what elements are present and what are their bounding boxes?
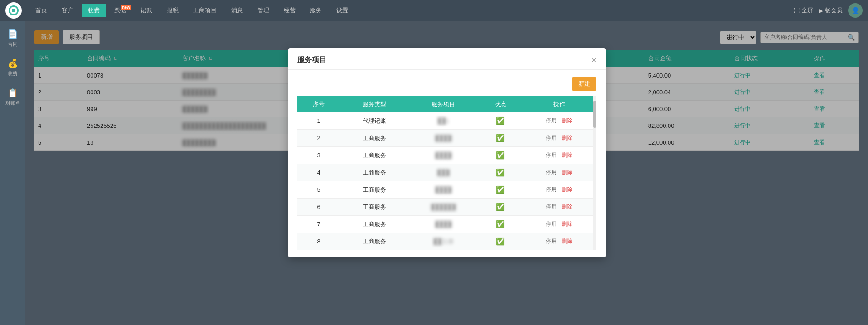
modal-cell-status: ✅: [479, 216, 522, 233]
nav-item-home[interactable]: 首页: [29, 4, 53, 17]
modal-cell-item: ██注册: [408, 233, 479, 250]
modal-cell-action: 停用 删除: [522, 181, 596, 199]
logo-icon: [9, 5, 19, 15]
modal-cell-type: 工商服务: [340, 147, 408, 164]
modal-table-row: 1 代理记账 ██1 ✅ 停用 删除: [297, 112, 596, 130]
modal-col-type: 服务类型: [340, 96, 408, 112]
modal-cell-type: 工商服务: [340, 216, 408, 233]
delete-button[interactable]: 删除: [562, 169, 572, 175]
modal-col-action: 操作: [522, 96, 596, 112]
stop-button[interactable]: 停用: [546, 117, 557, 124]
delete-button[interactable]: 删除: [562, 204, 572, 210]
user-avatar[interactable]: 👤: [848, 3, 863, 18]
modal-cell-seq: 8: [297, 233, 340, 250]
modal-table-row: 6 工商服务 ██████ ✅ 停用 删除: [297, 199, 596, 216]
modal-cell-status: ✅: [479, 164, 522, 181]
stop-button[interactable]: 停用: [546, 152, 557, 158]
status-check-icon: ✅: [496, 186, 505, 194]
sidebar-item-fee[interactable]: 💰 收费: [1, 54, 24, 82]
modal-cell-type: 工商服务: [340, 130, 408, 147]
nav-menu: 首页 客户 收费 票据 new 记账 报税 工商项目 消息 管理 经营 服务 设…: [29, 4, 794, 17]
nav-item-customer[interactable]: 客户: [55, 4, 80, 17]
reconciliation-icon: 📋: [8, 88, 18, 98]
modal-col-seq: 序号: [297, 96, 340, 112]
delete-button[interactable]: 删除: [562, 135, 572, 141]
stop-button[interactable]: 停用: [546, 169, 557, 175]
modal-cell-seq: 5: [297, 181, 340, 199]
stop-button[interactable]: 停用: [546, 238, 557, 244]
nav-item-operation[interactable]: 经营: [277, 4, 302, 17]
nav-item-business[interactable]: 工商项目: [187, 4, 223, 17]
modal-table-row: 4 工商服务 ███ ✅ 停用 删除: [297, 164, 596, 181]
modal-cell-type: 工商服务: [340, 233, 408, 250]
nav-item-fee[interactable]: 收费: [82, 4, 106, 17]
fee-icon: 💰: [8, 58, 18, 68]
modal-cell-status: ✅: [479, 181, 522, 199]
modal-close-button[interactable]: ×: [592, 56, 596, 64]
fullscreen-icon: ⛶: [794, 7, 800, 14]
status-check-icon: ✅: [496, 134, 505, 142]
stop-button[interactable]: 停用: [546, 135, 557, 141]
modal-cell-seq: 7: [297, 216, 340, 233]
status-check-icon: ✅: [496, 203, 505, 211]
modal-table-row: 8 工商服务 ██注册 ✅ 停用 删除: [297, 233, 596, 250]
delete-button[interactable]: 删除: [562, 152, 572, 158]
modal-cell-status: ✅: [479, 199, 522, 216]
status-check-icon: ✅: [496, 220, 505, 228]
modal-table-wrapper: 序号 服务类型 服务项目 状态 操作 1 代理记账 ██1 ✅ 停用 删除: [297, 96, 596, 250]
nav-item-invoice[interactable]: 票据 new: [108, 4, 132, 17]
modal-cell-type: 代理记账: [340, 112, 408, 130]
sidebar-item-reconciliation[interactable]: 📋 对账单: [1, 83, 24, 111]
nav-item-service[interactable]: 服务: [304, 4, 328, 17]
scrollbar-track[interactable]: [593, 96, 596, 250]
content-area: 新增 服务项目 进行中 🔍 序号 合同编码 ⇅ 客户名称 ⇅ 服务项目 ↕ 服务…: [25, 21, 868, 325]
modal-table-row: 3 工商服务 ████ ✅ 停用 删除: [297, 147, 596, 164]
modal-cell-action: 停用 删除: [522, 130, 596, 147]
modal-cell-type: 工商服务: [340, 199, 408, 216]
stop-button[interactable]: 停用: [546, 186, 557, 193]
status-check-icon: ✅: [496, 238, 505, 245]
fullscreen-btn[interactable]: ⛶ 全屏: [794, 6, 813, 15]
modal-cell-action: 停用 删除: [522, 199, 596, 216]
modal-cell-seq: 2: [297, 130, 340, 147]
nav-item-bookkeeping[interactable]: 记账: [134, 4, 159, 17]
modal-cell-action: 停用 删除: [522, 112, 596, 130]
new-badge: new: [121, 5, 131, 10]
modal-new-button[interactable]: 新建: [572, 77, 596, 91]
modal-col-status: 状态: [479, 96, 522, 112]
modal-overlay[interactable]: 服务项目 × 新建 序号 服务类型 服务项目: [25, 21, 868, 325]
status-check-icon: ✅: [496, 117, 505, 125]
service-item-modal: 服务项目 × 新建 序号 服务类型 服务项目: [288, 48, 606, 257]
delete-button[interactable]: 删除: [562, 186, 572, 193]
modal-cell-action: 停用 删除: [522, 164, 596, 181]
scrollbar-thumb: [593, 101, 596, 128]
service-table: 序号 服务类型 服务项目 状态 操作 1 代理记账 ██1 ✅ 停用 删除: [297, 96, 596, 250]
modal-cell-seq: 4: [297, 164, 340, 181]
modal-cell-status: ✅: [479, 147, 522, 164]
nav-item-message[interactable]: 消息: [225, 4, 249, 17]
nav-item-tax[interactable]: 报税: [160, 4, 185, 17]
member-btn[interactable]: ▶ 畅会员: [819, 6, 843, 15]
modal-header: 服务项目 ×: [288, 48, 606, 70]
contract-icon: 📄: [8, 29, 18, 39]
delete-button[interactable]: 删除: [562, 117, 572, 124]
modal-table-header: 序号 服务类型 服务项目 状态 操作: [297, 96, 596, 112]
modal-cell-item: ████: [408, 130, 479, 147]
status-check-icon: ✅: [496, 151, 505, 159]
modal-cell-item: ██1: [408, 112, 479, 130]
modal-cell-seq: 1: [297, 112, 340, 130]
modal-cell-action: 停用 删除: [522, 147, 596, 164]
delete-button[interactable]: 删除: [562, 221, 572, 227]
top-navigation: 首页 客户 收费 票据 new 记账 报税 工商项目 消息 管理 经营 服务 设…: [0, 0, 868, 21]
modal-cell-item: ████: [408, 216, 479, 233]
modal-cell-type: 工商服务: [340, 181, 408, 199]
modal-cell-item: ███: [408, 164, 479, 181]
sidebar-item-contract[interactable]: 📄 合同: [1, 24, 24, 52]
delete-button[interactable]: 删除: [562, 238, 572, 244]
modal-cell-status: ✅: [479, 233, 522, 250]
app-logo: [5, 2, 22, 19]
stop-button[interactable]: 停用: [546, 204, 557, 210]
stop-button[interactable]: 停用: [546, 221, 557, 227]
nav-item-manage[interactable]: 管理: [251, 4, 276, 17]
nav-item-settings[interactable]: 设置: [330, 4, 354, 17]
